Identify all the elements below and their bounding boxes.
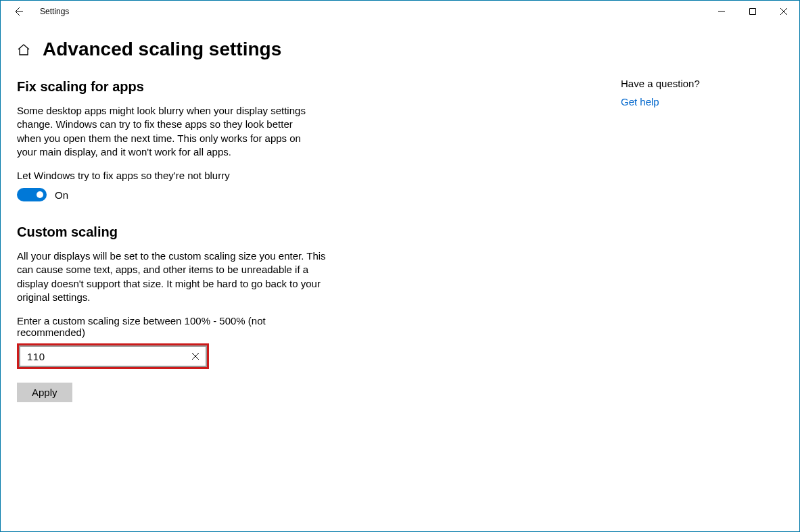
page-header: Advanced scaling settings xyxy=(1,22,799,74)
minimize-icon xyxy=(718,8,725,15)
fix-scaling-toggle[interactable] xyxy=(17,188,47,201)
question-heading: Have a question? xyxy=(621,78,778,89)
close-icon xyxy=(780,8,787,15)
clear-input-button[interactable] xyxy=(189,350,202,362)
maximize-button[interactable] xyxy=(737,1,768,22)
apply-button[interactable]: Apply xyxy=(17,383,72,402)
maximize-icon xyxy=(749,8,756,15)
section-heading-fix-scaling: Fix scaling for apps xyxy=(17,79,436,95)
get-help-link[interactable]: Get help xyxy=(621,96,659,107)
custom-scaling-input-highlight xyxy=(17,343,209,369)
x-icon xyxy=(191,352,199,360)
back-button[interactable] xyxy=(6,1,30,22)
fix-scaling-toggle-state: On xyxy=(55,189,68,201)
custom-scaling-input-label: Enter a custom scaling size between 100%… xyxy=(17,315,314,338)
arrow-left-icon xyxy=(13,6,24,17)
section-heading-custom-scaling: Custom scaling xyxy=(17,224,436,240)
page-title: Advanced scaling settings xyxy=(43,39,281,60)
home-icon[interactable] xyxy=(17,43,30,56)
svg-rect-2 xyxy=(750,9,756,15)
close-button[interactable] xyxy=(768,1,799,22)
app-title: Settings xyxy=(40,7,69,16)
custom-scaling-input[interactable] xyxy=(26,350,189,363)
fix-scaling-description: Some desktop apps might look blurry when… xyxy=(17,104,314,159)
caption-buttons xyxy=(706,1,799,22)
title-bar: Settings xyxy=(1,1,799,22)
custom-scaling-description: All your displays will be set to the cus… xyxy=(17,249,328,304)
fix-scaling-toggle-label: Let Windows try to fix apps so they're n… xyxy=(17,170,314,181)
minimize-button[interactable] xyxy=(706,1,737,22)
